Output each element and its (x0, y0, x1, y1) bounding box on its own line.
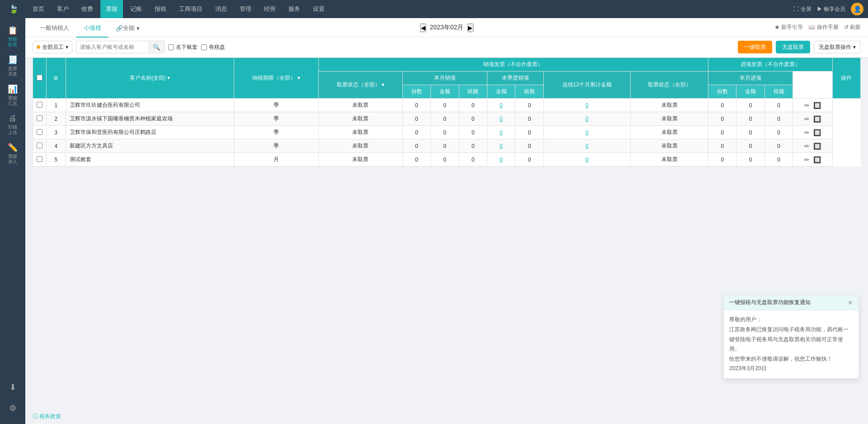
guide-btn[interactable]: ★ 新手引导 (774, 24, 803, 31)
notification-close-button[interactable]: ✕ (848, 299, 853, 306)
row-period: 季 (234, 99, 318, 112)
tab-small-scale[interactable]: 小规模 (76, 19, 108, 38)
date-next-btn[interactable]: ▶ (467, 24, 473, 32)
table-row: 1 卫辉市玖玖健合医药有限公司 季 未取票 0 0 0 0 0 0 未取票 0 … (33, 99, 861, 112)
edit-icon[interactable]: ✏ (804, 102, 810, 109)
sidebar-item-settings[interactable]: ⚙ (0, 400, 25, 417)
sidebar-item-download[interactable]: ⬇ (0, 379, 25, 396)
notification-text-3: 给您带来的不便敬请谅解，祝您工作愉快！ (729, 354, 853, 364)
nav-tax[interactable]: 报税 (149, 0, 172, 18)
tab-all[interactable]: 🔗 全能 ▾ (108, 19, 147, 38)
fetch-all-button[interactable]: 一键取票 (738, 41, 772, 53)
member-btn[interactable]: ▶ 畅享会员 (817, 5, 845, 13)
view-icon[interactable]: 🔲 (813, 156, 821, 163)
check-tax-checkbox[interactable] (201, 44, 207, 50)
row-purchase-status: 未取票 (631, 112, 708, 126)
view-icon[interactable]: 🔲 (813, 129, 821, 136)
select-all-checkbox[interactable] (37, 75, 42, 81)
chevron-down-icon: ▾ (853, 44, 856, 50)
row-quarterly-sales-tax: 0 (515, 99, 543, 112)
nav-invoice[interactable]: 票据 (100, 0, 123, 18)
sidebar-item-invoice-summary[interactable]: 📊 票据汇总 (0, 81, 25, 110)
sidebar-label-invoice-summary: 票据汇总 (8, 95, 17, 106)
row-quarterly-sales-tax: 0 (515, 153, 543, 167)
toolbar-right: 一键取票 无盘取票 无盘取票操作 ▾ (738, 41, 861, 53)
row-continuous: 0 (543, 112, 630, 126)
nav-home[interactable]: 首页 (27, 0, 50, 18)
sidebar-item-ticket-entry[interactable]: ✏️ 票据录入 (0, 139, 25, 168)
row-purchase-status: 未取票 (631, 126, 708, 139)
row-monthly-sales-count: 0 (402, 139, 430, 153)
check-tax-label[interactable]: 有税盘 (201, 43, 225, 51)
col-client-name: 客户名称(全部) ▾ (66, 58, 234, 99)
date-prev-btn[interactable]: ◀ (420, 24, 426, 32)
row-monthly-sales-tax: 0 (459, 139, 487, 153)
subheader-monthly-sales: 本月销项 (402, 71, 487, 85)
check-account-checkbox[interactable] (168, 44, 174, 50)
row-monthly-sales-tax: 0 (459, 99, 487, 112)
tab-all-icon: 🔗 (116, 25, 123, 32)
row-client-name: 卫辉市汲水镇下园嘴香楠营木种植家庭农场 (66, 112, 234, 126)
row-purchase-status: 未取票 (631, 139, 708, 153)
sidebar-item-invoice-open[interactable]: 🧾 发票开具 (0, 51, 25, 81)
nav-settings[interactable]: 设置 (307, 0, 330, 18)
no-disk-button[interactable]: 无盘取票 (776, 41, 810, 53)
row-monthly-purchase-amount: 0 (736, 112, 764, 126)
col-quarterly-sales-amount: 金额 (487, 85, 515, 99)
row-checkbox[interactable] (37, 156, 42, 162)
app-logo: 🍃 (5, 0, 23, 18)
check-account-label[interactable]: 名下账套 (168, 43, 198, 51)
tab-bar-left: 一般纳税人 小规模 🔗 全能 ▾ (25, 18, 154, 37)
row-monthly-sales-amount: 0 (431, 99, 459, 112)
user-avatar[interactable]: 👤 (851, 3, 863, 15)
notification-popup: 一键报税与无盘取票功能恢复通知 ✕ 尊敬的用户： 江苏政务网已恢复访问电子税务局… (723, 295, 859, 379)
manual-btn[interactable]: 📖 操作手册 (808, 24, 838, 31)
nav-operation[interactable]: 经营 (259, 0, 281, 18)
row-continuous: 0 (543, 139, 630, 153)
row-checkbox[interactable] (37, 115, 42, 121)
nav-manage[interactable]: 管理 (234, 0, 257, 18)
row-monthly-purchase-count: 0 (708, 99, 736, 112)
sidebar-item-scan-upload[interactable]: 🖨 扫描上传 (0, 110, 25, 139)
no-disk-ops-button[interactable]: 无盘取票操作 ▾ (814, 41, 861, 53)
nav-fee[interactable]: 收费 (76, 0, 99, 18)
refresh-btn[interactable]: ↺ 刷新 (844, 24, 861, 31)
row-checkbox[interactable] (37, 143, 42, 148)
fullscreen-btn[interactable]: ⛶ 全屏 (793, 5, 811, 13)
search-button[interactable]: 🔍 (149, 41, 164, 53)
col-monthly-sales-count: 份数 (402, 85, 430, 99)
edit-icon[interactable]: ✏ (804, 115, 810, 123)
row-monthly-sales-count: 0 (402, 112, 430, 126)
nav-customer[interactable]: 客户 (52, 0, 74, 18)
view-icon[interactable]: 🔲 (813, 102, 821, 109)
tab-general-taxpayer[interactable]: 一般纳税人 (33, 19, 76, 38)
edit-icon[interactable]: ✏ (804, 156, 810, 163)
edit-icon[interactable]: ✏ (804, 129, 810, 136)
view-icon[interactable]: 🔲 (813, 115, 821, 123)
edit-icon[interactable]: ✏ (804, 143, 810, 150)
nav-accounting[interactable]: 记账 (125, 0, 147, 18)
nav-business[interactable]: 工商项目 (174, 0, 208, 18)
col-tax-period: 纳税期限（全部） ▾ (234, 58, 318, 99)
view-icon[interactable]: 🔲 (813, 143, 821, 150)
sidebar-item-smart-ticket[interactable]: 📋 智能取票 (0, 22, 25, 51)
tax-policy-link[interactable]: 税务政策 (39, 413, 61, 419)
row-actions: ✏ 🔲 (793, 99, 832, 112)
footer: ⓘ 税务政策 (25, 409, 868, 424)
row-period: 季 (234, 126, 318, 139)
sidebar-label-invoice-open: 发票开具 (8, 66, 17, 77)
row-checkbox[interactable] (37, 129, 42, 135)
search-input[interactable] (76, 44, 149, 50)
row-monthly-purchase-amount: 0 (736, 153, 764, 167)
notification-date: 2023年3月20日 (729, 364, 853, 374)
col-purchase-status: 取票状态（全部） (631, 71, 708, 99)
table-container: ⚙ 客户名称(全部) ▾ 纳税期限（全部） ▾ 销项发票（不合作废票） 进项发票… (25, 57, 868, 174)
nav-message[interactable]: 消息 (210, 0, 232, 18)
row-monthly-sales-tax: 0 (459, 126, 487, 139)
col-monthly-purchase-count: 份数 (708, 85, 736, 99)
ticket-entry-icon: ✏️ (8, 143, 18, 152)
row-checkbox[interactable] (37, 102, 42, 108)
employee-select[interactable]: 全部员工 ▾ (33, 41, 72, 53)
nav-service[interactable]: 服务 (283, 0, 306, 18)
row-monthly-sales-tax: 0 (459, 153, 487, 167)
